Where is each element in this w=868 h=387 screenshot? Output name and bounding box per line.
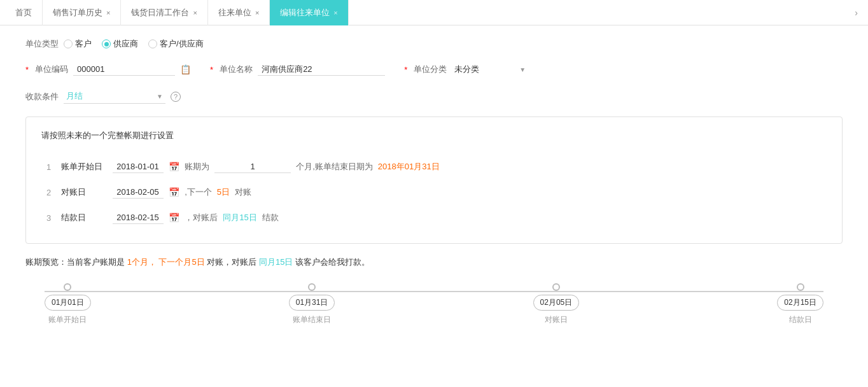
tabs-chevron-right[interactable]: › [850,8,863,18]
step-3-num: 3 [41,205,56,230]
radio-group: 客户 供应商 客户/供应商 [64,38,204,50]
step-3-fields-inner: 📅 ，对账后 同月15日 结款 [113,211,822,224]
step-3-calendar-icon[interactable]: 📅 [169,213,179,223]
preview-section: 账期预览：当前客户账期是 1个月， 下一个月5日 对账，对账后 同月15日 该客… [25,257,843,268]
timeline: 01月01日 账单开始日 01月31日 账单结束日 02月05日 对账日 02月… [25,283,843,325]
tab-sales-history-label: 销售订单历史 [53,7,102,18]
tab-partners-label: 往来单位 [218,7,251,18]
radio-both-circle [148,39,157,48]
payment-terms-row: 收款条件 月结 ▼ ? [25,89,843,104]
timeline-dot-4 [797,283,804,291]
step-2-highlight: 5日 [217,186,230,198]
unit-name-field: * 单位名称 [210,63,385,76]
step-3-row: 3 结款日 📅 ，对账后 同月15日 结款 [41,205,827,230]
step-2-fields: 📅 ,下一个 5日 对账 [108,179,827,205]
timeline-point-3: 02月05日 对账日 [533,283,580,325]
payment-terms-dropdown[interactable]: 月结 ▼ [64,89,165,104]
payment-terms-field: 收款条件 月结 ▼ ? [25,89,181,104]
unit-category-dropdown[interactable]: 未分类 ▼ [452,62,528,76]
step-2-row: 2 对账日 📅 ,下一个 5日 对账 [41,179,827,205]
unit-type-field: 单位类型 客户 供应商 客户/供应商 [25,38,204,50]
step-2-desc-prefix: ,下一个 [185,186,212,198]
copy-icon[interactable]: 📋 [180,64,191,74]
tab-cash-workbench[interactable]: 钱货日清工作台 × [121,0,207,25]
timeline-badge-1: 01月01日 [45,295,91,311]
unit-code-input[interactable] [73,63,175,76]
tab-sales-history-close[interactable]: × [106,9,110,17]
timeline-badge-4: 02月15日 [777,295,823,311]
tab-partners[interactable]: 往来单位 × [208,0,270,25]
tab-edit-partner-close[interactable]: × [333,9,337,17]
unit-code-star: * [25,65,29,74]
step-3-date-input[interactable] [113,211,164,224]
tab-cash-workbench-label: 钱货日清工作台 [131,7,189,18]
step-1-row: 1 账单开始日 📅 账期为 个月,账单结束日期为 2018年01月31日 [41,154,827,179]
step-1-period-unit: 个月,账单结束日期为 [296,161,373,172]
timeline-badge-3: 02月05日 [533,295,580,311]
preview-part1: 1个月， [127,257,157,267]
tab-edit-partner[interactable]: 编辑往来单位 × [270,0,348,25]
step-1-num: 1 [41,154,56,179]
payment-terms-value: 月结 [66,90,154,102]
step-3-label: 结款日 [56,205,108,230]
unit-name-input[interactable] [258,63,385,76]
unit-info-row: * 单位编码 📋 * 单位名称 * 单位分类 未分类 ▼ [25,62,843,76]
tab-cash-workbench-close[interactable]: × [193,9,197,17]
unit-code-label: 单位编码 [35,64,68,75]
tab-partners-close[interactable]: × [255,9,259,17]
step-2-date-input[interactable] [113,186,164,199]
unit-category-arrow: ▼ [519,66,526,73]
radio-supplier[interactable]: 供应商 [102,38,138,50]
timeline-label-4: 结款日 [789,314,812,325]
preview-part5: 该客户会给我打款。 [295,257,370,267]
step-2-label: 对账日 [56,179,108,205]
unit-name-label: 单位名称 [220,64,253,75]
unit-category-star: * [404,65,407,74]
unit-name-star: * [210,65,213,74]
timeline-label-2: 账单结束日 [293,314,331,325]
step-1-end-date: 2018年01月31日 [378,161,440,172]
timeline-label-1: 账单开始日 [48,314,87,325]
step-3-desc-suffix: 结款 [262,212,279,223]
help-icon[interactable]: ? [171,92,181,102]
timeline-label-3: 对账日 [545,314,568,325]
step-1-calendar-icon[interactable]: 📅 [169,162,179,172]
radio-customer-circle [64,39,73,48]
radio-both[interactable]: 客户/供应商 [148,38,204,50]
step-1-label: 账单开始日 [56,154,108,179]
page-content: 单位类型 客户 供应商 客户/供应商 * 单位编码 [0,25,868,387]
step-1-mid-text: 账期为 [185,161,209,172]
timeline-dot-2 [308,283,316,291]
radio-both-label: 客户/供应商 [160,38,204,50]
radio-supplier-circle [102,39,111,48]
step-2-fields-inner: 📅 ,下一个 5日 对账 [113,186,822,199]
step-3-desc-prefix: ，对账后 [185,212,218,223]
tab-sales-history[interactable]: 销售订单历史 × [43,0,121,25]
unit-type-row: 单位类型 客户 供应商 客户/供应商 [25,38,843,50]
preview-part2: 下一个月5日 [158,257,204,267]
step-2-num: 2 [41,179,56,205]
unit-category-field: * 单位分类 未分类 ▼ [404,62,528,76]
timeline-items: 01月01日 账单开始日 01月31日 账单结束日 02月05日 对账日 02月… [45,283,823,325]
tab-edit-partner-label: 编辑往来单位 [280,7,330,18]
payment-terms-label: 收款条件 [25,91,59,102]
tab-home[interactable]: 首页 [5,0,43,25]
steps-table: 1 账单开始日 📅 账期为 个月,账单结束日期为 2018年01月31日 [41,154,827,230]
radio-supplier-label: 供应商 [113,38,138,50]
timeline-dot-1 [64,283,71,291]
step-2-desc-suffix: 对账 [235,186,251,198]
timeline-badge-2: 01月31日 [289,295,335,311]
settings-title: 请按照未来的一个完整帐期进行设置 [41,130,827,141]
tab-home-label: 首页 [15,7,32,18]
step-1-date-input[interactable] [113,160,164,173]
step-1-period-input[interactable] [214,160,291,173]
timeline-dot-3 [552,283,560,291]
radio-customer[interactable]: 客户 [64,38,92,50]
preview-part3: 对账，对账后 [207,257,256,267]
step-1-fields: 📅 账期为 个月,账单结束日期为 2018年01月31日 [108,154,827,179]
unit-category-value: 未分类 [454,64,517,75]
step-1-fields-inner: 📅 账期为 个月,账单结束日期为 2018年01月31日 [113,160,822,173]
settings-box: 请按照未来的一个完整帐期进行设置 1 账单开始日 📅 账期为 个月,账单结束日期… [25,116,843,244]
step-2-calendar-icon[interactable]: 📅 [169,187,179,197]
unit-code-field: * 单位编码 📋 [25,63,191,76]
